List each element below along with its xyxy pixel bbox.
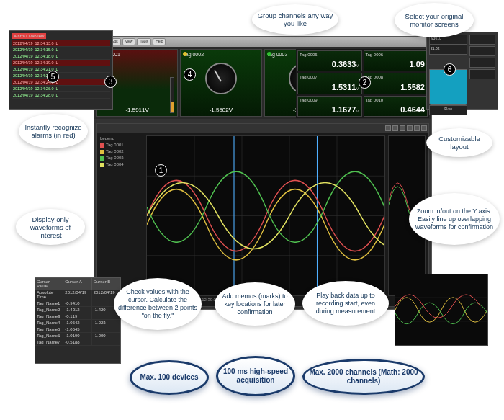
table-row: Tag_Name4-1.0542-1.023 (35, 320, 120, 326)
numeric-tile[interactable]: Tag 00071.5311V (297, 73, 362, 94)
status-dot (267, 52, 271, 56)
table-row: Tag_Name6-1.0190-1.000 (35, 333, 120, 339)
callout-cursor: Check values with the cursor. Calculate … (114, 278, 202, 330)
callout-select: Select your original monitor screens (395, 3, 474, 37)
legend-item[interactable]: Tag 0001 (100, 142, 143, 148)
tool-icon[interactable] (421, 125, 427, 131)
swatch-icon (100, 150, 104, 154)
alarm-row[interactable]: 2012/04/1912:34:24.0L (12, 79, 110, 86)
tb-help[interactable]: Help (153, 38, 166, 45)
tool-icon[interactable] (392, 125, 398, 131)
num-value: 1.1677V (332, 105, 359, 114)
num-tag: Tag 0010 (366, 98, 384, 102)
tool-icon[interactable] (407, 125, 413, 131)
table-row: Tag_Name7-0.5188 (35, 339, 120, 346)
legend-item[interactable]: Tag 0003 (100, 155, 143, 161)
ctrl-button[interactable] (469, 69, 495, 79)
alarm-row[interactable]: 2012/04/1912:34:13.0L (12, 40, 110, 47)
ctrl-button[interactable] (469, 35, 495, 45)
num-value: 0.4644 (400, 105, 425, 114)
num-tag: Tag 0009 (300, 98, 318, 102)
tool-icon[interactable] (400, 125, 405, 131)
numeric-tile[interactable]: Tag 00081.5582 (364, 73, 428, 94)
tool-icon[interactable] (385, 125, 391, 131)
callout-display: Display only waveforms of interest (16, 209, 85, 245)
gauge-value: -1.5582V (181, 107, 261, 113)
marker-2: 2 (359, 76, 371, 89)
marker-3: 3 (104, 76, 117, 88)
numeric-tile[interactable]: Tag 00061.09 (364, 50, 428, 71)
ctrl-button[interactable] (469, 46, 495, 56)
toolbar: File Edit View Tools Help (94, 37, 431, 47)
alarm-row[interactable]: 2012/04/1912:34:21.0L (12, 66, 110, 73)
alarm-row[interactable]: 2012/04/1912:34:19.0L (12, 60, 110, 66)
trend-toolbar (97, 124, 428, 133)
legend-item[interactable]: Tag 0002 (100, 148, 143, 155)
tb-tools[interactable]: Tools (137, 38, 151, 45)
callout-alarms: Instantly recognize alarms (in red) (19, 114, 88, 148)
alarm-row[interactable]: 2012/04/1912:34:23.0L (12, 73, 110, 79)
numeric-tile[interactable]: Tag 00091.1677V (297, 96, 362, 117)
num-tag: Tag 0005 (300, 53, 318, 57)
alarm-row[interactable]: 2012/04/1912:34:26.0L (12, 86, 110, 92)
table-row: Tag_Name1-0.9410 (35, 300, 120, 307)
table-row: Absolute Time2012/04/192012/04/19 (35, 290, 120, 300)
callout-playback: Play back data up to recording start, ev… (302, 281, 389, 326)
table-row: Tag_Name5-1.0545 (35, 326, 120, 333)
alarm-row[interactable]: 2012/04/1912:34:15.0L (12, 47, 110, 53)
num-value: 1.09 (410, 60, 425, 68)
legend-item[interactable]: Tag 0004 (100, 161, 143, 168)
callout-group: Group channels any way you like (252, 4, 338, 35)
trend-legend: Legend Tag 0001 Tag 0002 Tag 0003 Tag 00… (100, 135, 143, 168)
alarm-row[interactable]: 2012/04/1912:34:28.0L (12, 92, 110, 99)
table-row: Tag_Name2-1.4312-1.420 (35, 307, 120, 313)
callout-layout: Customizable layout (426, 128, 492, 157)
num-tag: Tag 0007 (300, 75, 318, 79)
num-value: 1.5582 (400, 83, 425, 91)
table-row: Tag_Name3-0.119 (35, 313, 120, 320)
pill-devices: Max. 100 devices (130, 360, 209, 395)
callout-zoom: Zoom in/out on the Y axis. Easily line u… (409, 193, 500, 245)
alarm-window[interactable]: Alarm Overview 2012/04/1912:34:13.0L2012… (9, 30, 113, 110)
tool-icon[interactable] (414, 125, 420, 131)
cursor-header: Cursor Value Cursor A Cursor B (35, 278, 120, 290)
original-screen-window[interactable]: w3010 21.02 Flow (426, 32, 498, 110)
legend-title: Legend (100, 135, 143, 142)
marker-6: 6 (444, 63, 456, 76)
swatch-icon (100, 143, 104, 148)
marker-4: 4 (184, 68, 196, 81)
gauge-2[interactable]: Tag 0002 -1.5582V (180, 49, 261, 117)
num-value: 1.5311V (332, 83, 359, 91)
alarm-row[interactable]: 2012/04/1912:34:18.0L (12, 53, 110, 60)
cursor-value-window[interactable]: Cursor Value Cursor A Cursor B Absolute … (35, 277, 121, 364)
dial-icon (205, 63, 237, 94)
orig-controls (469, 35, 495, 107)
numeric-tile[interactable]: Tag 00050.3633V (297, 50, 362, 71)
callout-memo: Add memos (marks) to key locations for l… (215, 282, 295, 326)
main-app-window: File Edit View Tools Help Tag 0001 -1.59… (94, 36, 432, 310)
ctrl-button[interactable] (469, 58, 495, 68)
marker-1: 1 (155, 164, 167, 177)
marker-5: 5 (47, 71, 59, 83)
tb-view[interactable]: View (122, 38, 136, 45)
pill-speed: 100 ms high-speed acquisition (216, 356, 295, 396)
orig-value: 21.02 (429, 45, 467, 55)
swatch-icon (100, 163, 104, 167)
trend-plot[interactable] (146, 135, 385, 296)
zoom-plot-window[interactable] (395, 274, 488, 346)
pill-channels: Max. 2000 channels (Math: 2000 channels) (302, 359, 425, 395)
alarm-header: Alarm Overview (12, 33, 110, 39)
numeric-tile[interactable]: Tag 00100.4644 (364, 96, 428, 117)
swatch-icon (100, 156, 104, 161)
num-value: 0.3633V (332, 60, 359, 68)
num-tag: Tag 0006 (366, 53, 384, 57)
orig-value: Flow (429, 105, 467, 115)
